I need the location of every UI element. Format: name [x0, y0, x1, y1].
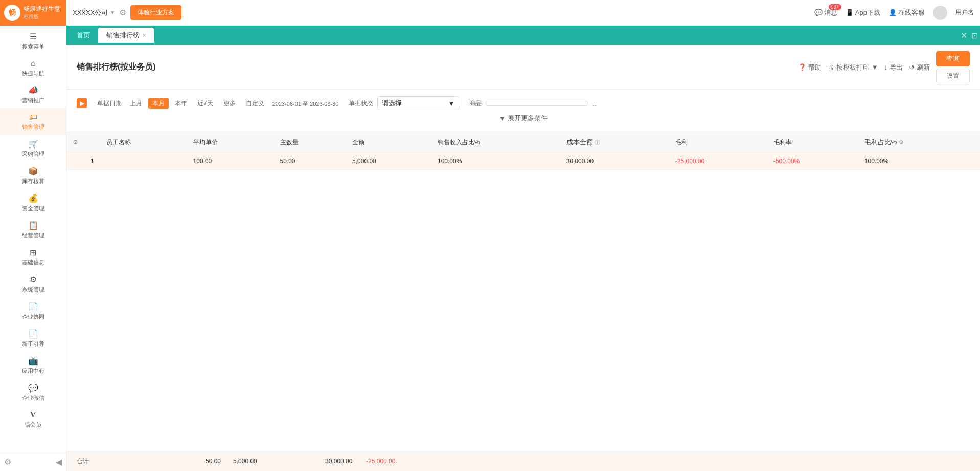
- app-label: App下载: [855, 8, 880, 17]
- cell-sales-pct: 100.00%: [431, 152, 560, 170]
- sidebar-item-sales[interactable]: 🏷 销售管理: [0, 108, 66, 135]
- sidebar-label-operations: 经营管理: [22, 232, 44, 239]
- settings-btn[interactable]: 设置: [936, 69, 970, 83]
- tab-sales-label: 销售排行榜: [106, 31, 140, 40]
- sidebar-item-inventory[interactable]: 📦 库存核算: [0, 162, 66, 189]
- settings-bottom-icon[interactable]: ⚙: [4, 457, 11, 467]
- sidebar-label-wechat: 企业微信: [22, 394, 44, 402]
- tab-close-icon[interactable]: ×: [143, 32, 146, 38]
- help-label: 帮助: [808, 63, 822, 72]
- sidebar-item-enterprise[interactable]: 📄 企业协同: [0, 298, 66, 325]
- cell-rank: 1: [84, 152, 100, 170]
- print-btn[interactable]: 🖨 按模板打印 ▼: [828, 63, 878, 72]
- filter-status-select[interactable]: 请选择 ▼: [377, 96, 459, 110]
- sidebar-item-finance[interactable]: 💰 资金管理: [0, 189, 66, 216]
- filter-status-placeholder: 请选择: [382, 99, 402, 108]
- online-service-btn[interactable]: 👤 在线客服: [888, 8, 925, 17]
- sidebar-item-operations[interactable]: 📋 经营管理: [0, 216, 66, 243]
- refresh-label: 刷新: [917, 63, 930, 72]
- sidebar-label-member: 畅会员: [25, 421, 41, 429]
- sidebar-item-search[interactable]: ☰ 搜索菜单: [0, 28, 66, 55]
- tab-sales-rank[interactable]: 销售排行榜 ×: [98, 28, 154, 43]
- operations-icon: 📋: [28, 220, 38, 230]
- col-header-amount[interactable]: 全额: [346, 132, 431, 152]
- help-icon: ❓: [798, 63, 806, 71]
- sidebar-label-system: 系统管理: [22, 286, 44, 294]
- sidebar-nav: ☰ 搜索菜单 ⌂ 快捷导航 📣 营销推广 🏷 销售管理 🛒 采购管理 📦 库存核…: [0, 26, 66, 453]
- filter-status-label: 单据状态: [349, 99, 373, 108]
- expand-more-row: ▼ 展开更多条件: [77, 110, 970, 126]
- filter-more-btn[interactable]: ...: [592, 100, 598, 107]
- sidebar-label-search: 搜索菜单: [22, 43, 44, 51]
- company-name: XXXXX公司: [73, 8, 108, 17]
- profit-pct-info-icon[interactable]: ⚙: [899, 139, 904, 145]
- query-settings-group: 查询 设置: [936, 51, 970, 83]
- username-label[interactable]: 用户名: [955, 8, 974, 17]
- enterprise-icon: 📄: [28, 302, 38, 311]
- date-tab-this-month[interactable]: 本月: [148, 98, 169, 109]
- query-btn[interactable]: 查询: [936, 51, 970, 66]
- date-tab-custom[interactable]: 自定义: [242, 98, 268, 109]
- service-icon: 👤: [888, 9, 897, 16]
- print-dropdown-icon: ▼: [872, 63, 878, 71]
- refresh-btn[interactable]: ↺ 刷新: [909, 63, 930, 72]
- date-tab-7days[interactable]: 近7天: [193, 98, 217, 109]
- filter-date-item: 单据日期 上月 本月 本年 近7天 更多 自定义 2023-06-01 至 20…: [97, 98, 338, 109]
- system-icon: ⚙: [30, 275, 37, 284]
- export-icon: ↓: [884, 63, 888, 71]
- window-restore-btn[interactable]: ⊡: [971, 31, 978, 40]
- purchase-icon: 🛒: [28, 139, 38, 149]
- sidebar-item-wechat[interactable]: 💬 企业微信: [0, 379, 66, 406]
- collapse-icon[interactable]: ◀: [56, 457, 62, 467]
- help-btn[interactable]: ❓ 帮助: [798, 63, 822, 72]
- col-header-profit-rate[interactable]: 毛利率: [767, 132, 858, 152]
- sales-rank-table: ⚙ 员工名称 平均单价 主数量 全额 销售收入占比% 成本全额 ⓘ 毛利 毛利率: [66, 132, 980, 170]
- industry-btn[interactable]: 体验行业方案: [130, 5, 181, 20]
- sidebar-item-purchase[interactable]: 🛒 采购管理: [0, 135, 66, 162]
- sidebar-item-guide[interactable]: 📄 新手引导: [0, 325, 66, 352]
- col-header-quantity[interactable]: 主数量: [274, 132, 347, 152]
- guide-icon: 📄: [28, 329, 38, 339]
- sales-icon: 🏷: [29, 113, 37, 122]
- filter-date-label: 单据日期: [97, 99, 122, 108]
- col-header-profit[interactable]: 毛利: [669, 132, 767, 152]
- message-icon: 💬: [814, 9, 823, 16]
- sidebar-item-basic-info[interactable]: ⊞ 基础信息: [0, 243, 66, 271]
- col-header-settings[interactable]: ⚙: [66, 132, 84, 152]
- sidebar-label-guide: 新手引导: [22, 340, 44, 348]
- col-header-cost[interactable]: 成本全额 ⓘ: [560, 132, 669, 152]
- app-download-btn[interactable]: 📱 App下载: [846, 8, 880, 17]
- table-footer: 合计 50.00 5,000.00 30,000.00 -25,000.00: [66, 451, 980, 471]
- sidebar-label-basic-info: 基础信息: [22, 259, 44, 266]
- cost-info-icon[interactable]: ⓘ: [595, 139, 600, 145]
- col-header-name[interactable]: 员工名称: [100, 132, 187, 152]
- message-btn[interactable]: 💬 消息 99+: [814, 8, 837, 17]
- date-tab-this-year[interactable]: 本年: [171, 98, 191, 109]
- date-tab-last-month[interactable]: 上月: [126, 98, 146, 109]
- sidebar-item-marketing[interactable]: 📣 营销推广: [0, 81, 66, 108]
- filter-goods-input[interactable]: [486, 101, 588, 106]
- member-icon: V: [30, 410, 36, 419]
- tab-home[interactable]: 首页: [69, 28, 98, 43]
- col-header-profit-pct[interactable]: 毛利占比% ⚙: [858, 132, 980, 152]
- quick-nav-icon: ⌂: [31, 59, 36, 68]
- col-header-sales-pct[interactable]: 销售收入占比%: [431, 132, 560, 152]
- topbar-settings-icon[interactable]: ⚙: [119, 8, 126, 17]
- user-avatar[interactable]: [933, 6, 947, 20]
- company-selector[interactable]: XXXXX公司 ▼: [73, 8, 115, 17]
- filter-status-dropdown-icon: ▼: [448, 100, 454, 107]
- col-header-avg-price[interactable]: 平均单价: [187, 132, 274, 152]
- filter-area: ▶ 单据日期 上月 本月 本年 近7天 更多 自定义 2023-06-01 至 …: [66, 90, 980, 132]
- window-close-btn[interactable]: ✕: [961, 31, 967, 40]
- export-btn[interactable]: ↓ 导出: [884, 63, 903, 72]
- date-tab-more[interactable]: 更多: [219, 98, 240, 109]
- footer-quantity: [118, 459, 199, 463]
- sidebar-item-app-center[interactable]: 📺 应用中心: [0, 352, 66, 379]
- expand-btn[interactable]: ▼ 展开更多条件: [499, 114, 548, 123]
- export-label: 导出: [890, 63, 903, 72]
- filter-toggle-icon[interactable]: ▶: [77, 98, 87, 108]
- date-range-text: 2023-06-01 至 2023-06-30: [272, 100, 339, 108]
- sidebar-item-quick-nav[interactable]: ⌂ 快捷导航: [0, 55, 66, 81]
- sidebar-item-system[interactable]: ⚙ 系统管理: [0, 271, 66, 298]
- sidebar-item-member[interactable]: V 畅会员: [0, 406, 66, 433]
